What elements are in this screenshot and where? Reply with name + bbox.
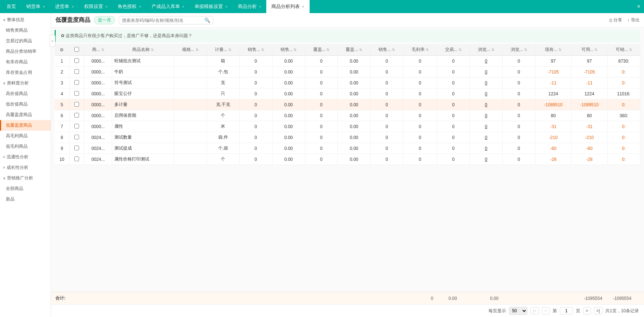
row-checkbox[interactable] xyxy=(74,124,79,128)
col-header-browse1[interactable]: 浏览... xyxy=(470,44,503,56)
sidebar-item-新品[interactable]: 新品 xyxy=(0,194,51,205)
col-header-browse2[interactable]: 浏览... xyxy=(502,44,535,56)
browse-link[interactable]: 0 xyxy=(485,102,487,107)
section-arrow-icon: > xyxy=(3,155,5,159)
cell-sellable: 0: xyxy=(608,132,640,143)
nav-tab-单据模板设置[interactable]: 单据模板设置× xyxy=(189,0,232,13)
row-checkbox[interactable] xyxy=(74,80,79,85)
browse-link[interactable]: 0 xyxy=(485,146,487,151)
cell-num: 9 xyxy=(55,143,69,154)
sidebar-item-低价值商品[interactable]: 低价值商品 xyxy=(0,99,51,110)
select-all-checkbox[interactable] xyxy=(74,47,79,52)
sidebar-item-交易过的商品[interactable]: 交易过的商品 xyxy=(0,36,51,46)
sidebar-item-商品分类动销率[interactable]: 商品分类动销率 xyxy=(0,46,51,57)
row-checkbox[interactable] xyxy=(74,102,79,107)
col-header-avail[interactable]: 可用... xyxy=(571,44,607,56)
col-header-grossRate[interactable]: 毛利率 xyxy=(403,44,437,56)
nav-tab-商品分析列表[interactable]: 商品分析列表× xyxy=(266,0,309,13)
sidebar-item-低毛利商品[interactable]: 低毛利商品 xyxy=(0,141,51,152)
sidebar-section-营销推广分析[interactable]: ∨营销推广分析 xyxy=(0,173,51,183)
nav-tab-销货单[interactable]: 销货单× xyxy=(21,0,50,13)
tab-close-icon[interactable]: × xyxy=(182,4,184,9)
nav-tab-权限设置[interactable]: 权限设置× xyxy=(79,0,113,13)
col-header-spec[interactable]: 规格... xyxy=(174,44,207,56)
sidebar-item-销售类商品[interactable]: 销售类商品 xyxy=(0,25,51,36)
sidebar-collapse-btn[interactable]: « xyxy=(50,35,55,47)
last-page-btn[interactable]: >| xyxy=(594,307,602,314)
cell-browse1: 0 xyxy=(470,67,503,78)
browse-link[interactable]: 0 xyxy=(485,80,487,86)
browse-link[interactable]: 0 xyxy=(485,113,487,118)
cell-browse2: 0 xyxy=(502,67,535,78)
sidebar-item-有库存商品[interactable]: 有库存商品 xyxy=(0,57,51,67)
browse-link[interactable]: 0 xyxy=(485,70,487,75)
nav-tab-商品分析[interactable]: 商品分析× xyxy=(233,0,266,13)
per-page-select[interactable]: 50 100 xyxy=(509,307,527,315)
tab-close-icon[interactable]: × xyxy=(105,4,107,9)
cell-code: 0000... xyxy=(84,99,112,110)
close-all-btn[interactable]: × xyxy=(637,3,640,10)
row-checkbox[interactable] xyxy=(74,58,79,63)
cell-browse1: 0 xyxy=(470,88,503,99)
col-header-sales2[interactable]: 销售... xyxy=(272,44,305,56)
row-checkbox[interactable] xyxy=(74,135,79,139)
cell-browse2: 0 xyxy=(502,110,535,121)
browse-link[interactable]: 0 xyxy=(485,135,487,140)
col-header-trans[interactable]: 交易... xyxy=(437,44,470,56)
col-header-cover1[interactable]: 覆盖... xyxy=(305,44,338,56)
nav-tab-首页[interactable]: 首页 xyxy=(1,0,21,13)
tab-close-icon[interactable]: × xyxy=(139,4,141,9)
prev-page-btn[interactable]: < xyxy=(542,307,550,314)
share-btn[interactable]: ⎙ 分享 xyxy=(609,17,622,23)
sidebar-section-整体信息[interactable]: ∨整体信息 xyxy=(0,15,51,25)
sidebar-section-类鲜度分析[interactable]: ∨类鲜度分析 xyxy=(0,78,51,88)
browse-link[interactable]: 0 xyxy=(485,91,487,96)
cell-checkbox xyxy=(69,132,84,143)
cell-unit: 米 xyxy=(207,121,239,132)
tab-close-icon[interactable]: × xyxy=(302,4,304,9)
page-input[interactable] xyxy=(560,307,573,314)
time-filter-btn[interactable]: 近一月 xyxy=(94,16,115,24)
sidebar-section-成长性分析[interactable]: >成长性分析 xyxy=(0,162,51,173)
browse-link[interactable]: 0 xyxy=(485,157,487,162)
export-btn[interactable]: ↑ 导出 xyxy=(627,17,640,23)
table-row: 20000...牛奶个,包00.0000.0000000-7105-71050: xyxy=(55,67,640,78)
first-page-btn[interactable]: |< xyxy=(530,307,539,314)
sidebar-item-高覆盖度商品[interactable]: 高覆盖度商品 xyxy=(0,110,51,120)
cell-browse1: 0 xyxy=(470,110,503,121)
col-header-name[interactable]: 商品名称 xyxy=(112,44,174,56)
col-header-sales3[interactable]: 销售... xyxy=(370,44,403,56)
col-header-curr[interactable]: 现有... xyxy=(535,44,571,56)
nav-tab-产成品入库单[interactable]: 产成品入库单× xyxy=(146,0,189,13)
col-header-sellable[interactable]: 可销... xyxy=(608,44,640,56)
nav-tab-进货单[interactable]: 进货单× xyxy=(50,0,79,13)
row-checkbox[interactable] xyxy=(74,69,79,74)
sidebar-item-高价值商品[interactable]: 高价值商品 xyxy=(0,88,51,99)
tab-close-icon[interactable]: × xyxy=(71,4,74,9)
sidebar-item-低覆盖度商品[interactable]: 低覆盖度商品 xyxy=(0,120,51,131)
row-checkbox[interactable] xyxy=(74,91,79,96)
search-input[interactable] xyxy=(122,18,204,23)
sidebar-section-流通性分析[interactable]: >流通性分析 xyxy=(0,152,51,162)
page-prefix: 第 xyxy=(553,308,557,314)
sidebar-item-高毛利商品[interactable]: 高毛利商品 xyxy=(0,131,51,141)
tab-close-icon[interactable]: × xyxy=(43,4,45,9)
next-page-btn[interactable]: > xyxy=(583,307,591,314)
cell-spec xyxy=(174,154,207,165)
browse-link[interactable]: 0 xyxy=(485,59,487,64)
cell-spec xyxy=(174,110,207,121)
nav-tab-角色授权[interactable]: 角色授权× xyxy=(113,0,146,13)
row-checkbox[interactable] xyxy=(74,156,79,161)
tab-close-icon[interactable]: × xyxy=(259,4,261,9)
browse-link[interactable]: 0 xyxy=(485,124,487,129)
sidebar-item-库存资金占用[interactable]: 库存资金占用 xyxy=(0,67,51,78)
col-header-code[interactable]: 商... xyxy=(84,44,112,56)
row-checkbox[interactable] xyxy=(74,146,79,150)
tab-close-icon[interactable]: × xyxy=(225,4,227,9)
col-header-unit[interactable]: 计量... xyxy=(207,44,239,56)
sidebar-item-全部商品[interactable]: 全部商品 xyxy=(0,183,51,194)
page-suffix: 页 xyxy=(576,308,580,314)
col-header-cover2[interactable]: 覆盖... xyxy=(338,44,370,56)
row-checkbox[interactable] xyxy=(74,113,79,118)
col-header-sales1[interactable]: 销售... xyxy=(239,44,272,56)
